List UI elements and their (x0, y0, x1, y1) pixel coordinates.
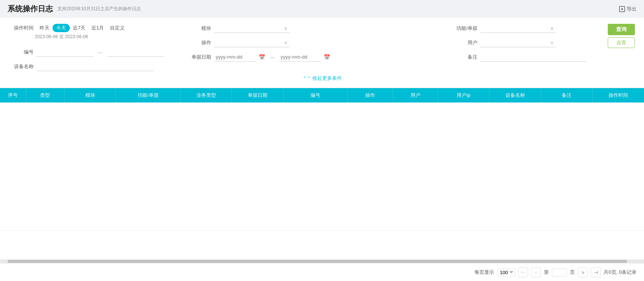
th-类型: 类型 (26, 88, 64, 102)
th-操作时间: 操作时间 (593, 88, 644, 102)
filter-row-user: 用户 ∨ (453, 38, 596, 47)
th-备注: 备注 (541, 88, 592, 102)
date-range-display: 2023-06-06 至 2023-06-06 (35, 34, 88, 39)
scrollbar-thumb[interactable] (8, 260, 627, 263)
th-编号: 编号 (283, 88, 348, 102)
module-label: 模块 (187, 25, 211, 32)
filter-row-function: 功能/单据 ∨ (453, 24, 596, 33)
page-input[interactable]: 1 (552, 269, 567, 276)
export-button[interactable]: 导出 (619, 6, 636, 12)
filter-left-col: 操作时间 昨天 今天 近7天 近1月 自定义 2023-06-06 至 2023… (9, 24, 164, 71)
time-btn-custom[interactable]: 自定义 (107, 24, 128, 32)
th-功能/单据: 功能/单据 (116, 88, 181, 102)
time-btn-yesterday[interactable]: 昨天 (37, 24, 53, 32)
time-label: 操作时间 (9, 25, 34, 31)
page-header: 系统操作日志 支持2020年10月31日之后产生的操作日志 导出 (0, 0, 644, 18)
header-left: 系统操作日志 支持2020年10月31日之后产生的操作日志 (8, 4, 141, 14)
module-select[interactable] (214, 24, 290, 33)
filter-right-col: 功能/单据 ∨ 用户 ∨ (453, 24, 596, 62)
page-unit: 页 (570, 269, 575, 276)
scrollbar-area[interactable] (0, 259, 644, 263)
user-select-wrap: ∨ (480, 38, 556, 47)
next-page-button[interactable]: > (578, 267, 588, 277)
settings-button[interactable]: 设置 (608, 37, 635, 48)
table-empty (2, 106, 642, 227)
user-select[interactable] (480, 38, 556, 47)
number-label: 编号 (9, 49, 34, 56)
filter-row-module: 模块 ∨ (187, 24, 430, 33)
function-label: 功能/单据 (453, 25, 477, 32)
filter-row-time: 操作时间 昨天 今天 近7天 近1月 自定义 (9, 24, 164, 32)
date-inputs: 📅 — 📅 (214, 53, 330, 62)
first-page-button[interactable]: ⊢ (518, 267, 528, 277)
filter-row-remark: 备注 (453, 53, 596, 62)
date-to-input[interactable] (279, 53, 321, 62)
device-input[interactable] (37, 62, 154, 71)
th-用户ip: 用户ip (438, 88, 489, 102)
filter-actions: 查询 设置 (608, 24, 635, 48)
page-title: 系统操作日志 (8, 4, 53, 14)
number-input-to[interactable] (107, 48, 164, 57)
per-page-select[interactable]: 100 50 200 (497, 269, 515, 276)
function-select-wrap: ∨ (480, 24, 556, 33)
export-icon (619, 6, 625, 12)
calendar-from-icon[interactable]: 📅 (259, 54, 265, 60)
th-操作: 操作 (348, 88, 393, 102)
operation-select-wrap: ∨ (214, 38, 290, 47)
time-btn-1month[interactable]: 近1月 (88, 24, 107, 32)
device-label: 设备名称 (9, 63, 34, 70)
total-text: 共0页, 0条记录 (604, 269, 636, 276)
function-select[interactable] (480, 24, 556, 33)
table-body (0, 102, 644, 231)
filter-row-device: 设备名称 (9, 62, 164, 71)
collapse-bar: ⌃⌃ 收起更多条件 (9, 73, 635, 85)
th-模块: 模块 (64, 88, 116, 102)
th-业务类型: 业务类型 (180, 88, 232, 102)
export-label: 导出 (627, 6, 636, 12)
filter-row-number: 编号 — (9, 48, 164, 57)
collapse-up-icon: ⌃⌃ (303, 76, 311, 81)
filter-panel: 操作时间 昨天 今天 近7天 近1月 自定义 2023-06-06 至 2023… (0, 18, 644, 88)
collapse-label: 收起更多条件 (312, 75, 342, 82)
table-header: 序号类型模块功能/单据业务类型单据日期编号操作用户用户ip设备名称备注操作时间 (0, 88, 644, 102)
doc-date-label: 单据日期 (187, 54, 211, 61)
th-设备名称: 设备名称 (490, 88, 541, 102)
collapse-button[interactable]: ⌃⌃ 收起更多条件 (303, 75, 342, 82)
page-subtitle: 支持2020年10月31日之后产生的操作日志 (57, 6, 141, 12)
th-用户: 用户 (393, 88, 438, 102)
remark-label: 备注 (453, 54, 477, 61)
module-select-wrap: ∨ (214, 24, 290, 33)
date-from-input[interactable] (214, 53, 256, 62)
filter-row-operation: 操作 ∨ (187, 38, 430, 47)
th-单据日期: 单据日期 (232, 88, 283, 102)
per-page-label: 每页显示 (474, 269, 494, 276)
filter-mid-col: 模块 ∨ 操作 ∨ (187, 24, 430, 62)
user-label: 用户 (453, 39, 477, 46)
number-input-from[interactable] (37, 48, 93, 57)
data-table: 序号类型模块功能/单据业务类型单据日期编号操作用户用户ip设备名称备注操作时间 (0, 88, 644, 231)
time-filter-group: 昨天 今天 近7天 近1月 自定义 (37, 24, 128, 32)
page-label: 第 (544, 269, 549, 276)
prev-page-button[interactable]: < (531, 267, 541, 277)
th-序号: 序号 (0, 88, 26, 102)
remark-input[interactable] (480, 53, 586, 62)
operation-label: 操作 (187, 39, 211, 46)
time-btn-7days[interactable]: 近7天 (70, 24, 88, 32)
filter-main: 操作时间 昨天 今天 近7天 近1月 自定义 2023-06-06 至 2023… (9, 24, 635, 73)
time-btn-today[interactable]: 今天 (53, 24, 70, 32)
pagination-bar: 每页显示 100 50 200 ⊢ < 第 1 页 > ⊣ 共0页, 0条记录 (0, 263, 644, 281)
operation-select[interactable] (214, 38, 290, 47)
calendar-to-icon[interactable]: 📅 (324, 54, 330, 60)
last-page-button[interactable]: ⊣ (591, 267, 601, 277)
page-container: 系统操作日志 支持2020年10月31日之后产生的操作日志 导出 操作时间 昨天… (0, 0, 644, 281)
query-button[interactable]: 查询 (608, 24, 635, 35)
number-range: — (37, 48, 164, 57)
table-wrap: 序号类型模块功能/单据业务类型单据日期编号操作用户用户ip设备名称备注操作时间 (0, 88, 644, 259)
number-dash: — (98, 50, 103, 55)
doc-date-dash: — (270, 54, 275, 60)
filter-row-doc-date: 单据日期 📅 — 📅 (187, 53, 430, 62)
